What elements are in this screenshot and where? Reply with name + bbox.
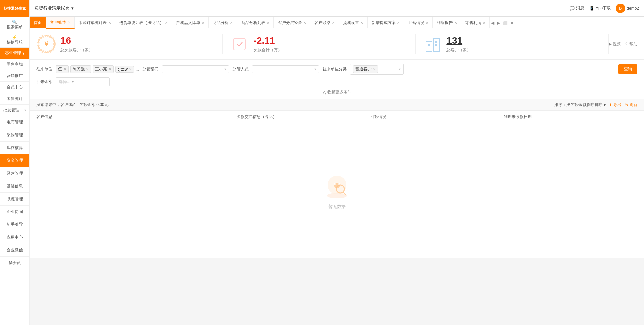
collapse-label: 收起更多条件 [327, 89, 351, 95]
tab-purchase-order[interactable]: 采购订单统计表 ✕ [75, 17, 115, 28]
tab-product-inbound[interactable]: 产成品入库单 ✕ [172, 17, 209, 28]
svg-point-11 [334, 183, 336, 185]
sidebar-item-purchase[interactable]: 采购管理 [0, 129, 29, 142]
tab-customer-contact[interactable]: 客户联络 ✕ [310, 17, 339, 28]
help-button[interactable]: ？ 帮助 [624, 41, 637, 47]
collapse-button[interactable]: ⋀ 收起更多条件 [323, 89, 351, 95]
sidebar-item-basic[interactable]: 基础信息 [0, 180, 29, 193]
tab-operation[interactable]: 经营情况 ✕ [404, 17, 433, 28]
app-download-button[interactable]: 📱 App下载 [589, 5, 611, 11]
tab-profit-report-label: 利润报告 [437, 20, 453, 26]
svg-rect-6 [428, 44, 430, 46]
svg-text:¥: ¥ [44, 39, 48, 48]
tab-add-commission-close[interactable]: ✕ [397, 21, 400, 25]
video-button[interactable]: ▶ 视频 [609, 41, 621, 47]
balance-chevron-icon: ▾ [72, 80, 74, 84]
stat-value-overdue-customers: 16 [60, 35, 93, 46]
tab-product-list-close[interactable]: ✕ [267, 21, 269, 25]
filter-tag-chen: 陈民强 ✕ [70, 65, 91, 73]
sidebar-item-guide[interactable]: 新手引导 [0, 218, 29, 231]
person-select[interactable]: ··· ▾ [252, 65, 319, 73]
sidebar: 畅捷通好生意 🔍 搜索菜单 ⚡ 快捷导航 零售管理 ▾ 零售商城 营销推广 会员… [0, 0, 30, 325]
workspace-selector[interactable]: 母婴行业演示帐套 ▾ [35, 5, 74, 11]
export-button[interactable]: ⬆ 导出 [609, 102, 621, 108]
balance-select[interactable]: 选择... ▾ [56, 77, 110, 86]
tab-profit-report[interactable]: 利润报告 ✕ [433, 17, 461, 28]
sidebar-item-member[interactable]: 会员中心 [0, 82, 29, 93]
tabs-maximize[interactable]: ⬜ [501, 21, 509, 25]
sidebar-item-nav[interactable]: ⚡ 快捷导航 [0, 33, 29, 48]
col-overdue-info: 欠款交易信息（占比） [237, 114, 370, 120]
tab-customer-tier-close[interactable]: ✕ [303, 21, 306, 25]
filter-more-button[interactable]: ... [136, 67, 139, 72]
sidebar-item-collab[interactable]: 企业协同 [0, 206, 29, 218]
tab-product-inbound-label: 产成品入库单 [176, 20, 200, 26]
user-menu[interactable]: D demo2 [616, 4, 639, 13]
filter-tag-wang-close[interactable]: ✕ [109, 67, 111, 71]
tab-product-list-label: 商品分析列表 [241, 20, 265, 26]
dept-select[interactable]: ··· ▾ [162, 65, 229, 73]
tab-product-analysis-close[interactable]: ✕ [230, 21, 233, 25]
tab-stock-stat-close[interactable]: ✕ [165, 21, 168, 25]
category-select[interactable]: 普通客户 ✕ ▾ [350, 64, 404, 75]
sort-button[interactable]: 排序：按欠款金额倒序排序 ▾ [554, 102, 606, 108]
sidebar-item-vip[interactable]: 畅会员 [0, 257, 29, 269]
tab-customer-ledger-close[interactable]: ✕ [68, 21, 70, 24]
category-tag-normal-close[interactable]: ✕ [373, 67, 376, 71]
tab-product-inbound-close[interactable]: ✕ [202, 21, 204, 25]
tab-retail-profit-close[interactable]: ✕ [483, 21, 485, 25]
building-icon [422, 34, 442, 54]
tab-commission-setting-label: 提成设置 [343, 20, 359, 26]
filter-tag-chen-close[interactable]: ✕ [86, 67, 89, 71]
tab-commission-setting[interactable]: 提成设置 ✕ [339, 17, 368, 28]
tab-customer-ledger[interactable]: 客户账本 ✕ [46, 17, 75, 29]
tab-product-analysis[interactable]: 商品分析 ✕ [209, 17, 237, 28]
tab-stock-stat[interactable]: 进货单统计表（按商品） ✕ [115, 17, 172, 28]
person-filter-label: 分管人员 [232, 66, 249, 72]
sidebar-item-retail-mall[interactable]: 零售商城 [0, 59, 29, 70]
category-tag-normal: 普通客户 ✕ [353, 65, 378, 73]
filter-row-2: 往来余额 选择... ▾ [36, 77, 637, 86]
sidebar-item-operation[interactable]: 经营管理 [0, 167, 29, 180]
export-label: 导出 [613, 102, 621, 108]
tab-customer-tier[interactable]: 客户分层经营 ✕ [274, 17, 310, 28]
sidebar-member-label: 会员中心 [7, 85, 23, 89]
search-icon: 🔍 [3, 20, 26, 24]
result-actions: 排序：按欠款金额倒序排序 ▾ ⬆ 导出 ↻ 刷新 [554, 102, 637, 108]
tab-commission-setting-close[interactable]: ✕ [360, 21, 363, 25]
tab-stock-stat-label: 进货单统计表（按商品） [119, 20, 164, 26]
sidebar-item-search[interactable]: 🔍 搜索菜单 [0, 17, 29, 33]
sidebar-item-wechat[interactable]: 企业微信 [0, 244, 29, 257]
person-chevron-icon: ▾ [314, 67, 316, 71]
filter-tag-cjttcw-close[interactable]: ✕ [129, 67, 132, 71]
query-button[interactable]: 查询 [618, 64, 637, 74]
sidebar-item-ecommerce[interactable]: 电商管理 [0, 116, 29, 129]
sidebar-item-system[interactable]: 系统管理 [0, 193, 29, 206]
tabs-scroll-left[interactable]: ◀ [490, 21, 496, 25]
tabs-close-all[interactable]: ✕ [509, 21, 515, 25]
tab-operation-close[interactable]: ✕ [426, 21, 428, 25]
message-button[interactable]: 💬 消息 [570, 5, 584, 11]
filter-tag-wu-close[interactable]: ✕ [63, 67, 66, 71]
video-icon: ▶ [609, 42, 612, 46]
sidebar-item-wholesale[interactable]: 批发管理 ▾ [0, 105, 29, 116]
tab-customer-contact-close[interactable]: ✕ [332, 21, 335, 25]
tab-add-commission[interactable]: 新增提成方案 ✕ [368, 17, 404, 28]
sidebar-item-retail-stat[interactable]: 零售统计 [0, 93, 29, 105]
tab-product-list[interactable]: 商品分析列表 ✕ [237, 17, 274, 28]
sidebar-item-marketing[interactable]: 营销推广 [0, 70, 29, 82]
tab-customer-contact-label: 客户联络 [314, 20, 331, 26]
tab-profit-report-close[interactable]: ✕ [454, 21, 457, 25]
tab-retail-profit[interactable]: 零售利润 ✕ [461, 17, 490, 28]
main-area: 母婴行业演示帐套 ▾ 💬 消息 📱 App下载 D demo2 首页 [30, 0, 644, 325]
tabs-scroll-right[interactable]: ▶ [496, 21, 501, 25]
sidebar-item-finance[interactable]: 资金管理 [0, 154, 29, 167]
sidebar-item-inventory[interactable]: 库存核算 [0, 142, 29, 154]
empty-illustration [322, 172, 352, 200]
sidebar-item-retail[interactable]: 零售管理 ▾ [0, 48, 29, 59]
tab-home[interactable]: 首页 [30, 17, 46, 28]
sidebar-item-apps[interactable]: 应用中心 [0, 231, 29, 244]
refresh-button[interactable]: ↻ 刷新 [625, 102, 637, 108]
tab-purchase-order-close[interactable]: ✕ [108, 21, 111, 25]
svg-rect-4 [426, 42, 432, 52]
